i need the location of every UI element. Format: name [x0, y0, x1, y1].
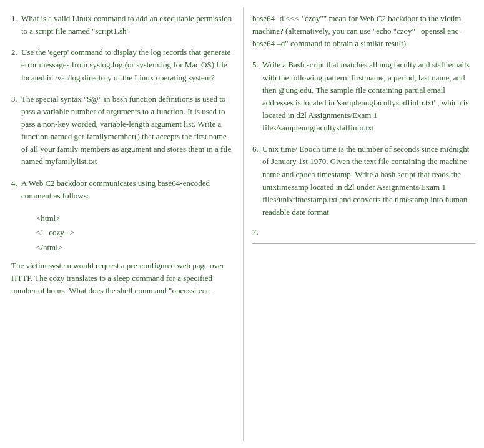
q4-cont-text: base64 -d <<< "czoy"" mean for Web C2 ba…: [252, 14, 465, 48]
q3-text: The special syntax "$@" in bash function…: [21, 93, 234, 168]
q2-text: Use the 'egerp' command to display the l…: [21, 46, 234, 84]
q4-continuation: base64 -d <<< "czoy"" mean for Web C2 ba…: [252, 12, 475, 50]
code-line-3: </html>: [36, 240, 234, 255]
code-line-1: <html>: [36, 211, 234, 225]
q1-number: 1.: [11, 12, 21, 37]
code-block: <html> <!--cozy--> </html>: [30, 211, 234, 255]
question-1: 1. What is a valid Linux command to add …: [11, 12, 234, 37]
q3-number: 3.: [11, 93, 21, 168]
question-4: 4. A Web C2 backdoor communicates using …: [11, 177, 234, 202]
question-5: 5. Write a Bash script that matches all …: [252, 59, 475, 134]
code-line-2: <!--cozy-->: [36, 225, 234, 240]
bottom-divider: [252, 243, 475, 244]
q5-number: 5.: [252, 59, 262, 134]
bottom-text: The victim system would request a pre-co…: [11, 260, 234, 297]
right-column: base64 -d <<< "czoy"" mean for Web C2 ba…: [244, 7, 484, 441]
q4-text: A Web C2 backdoor communicates using bas…: [21, 177, 234, 202]
q6-text: Unix time/ Epoch time is the number of s…: [262, 143, 475, 218]
q5-text: Write a Bash script that matches all ung…: [262, 59, 475, 134]
question-3: 3. The special syntax "$@" in bash funct…: [11, 93, 234, 168]
q1-text: What is a valid Linux command to add an …: [21, 12, 234, 37]
question-6: 6. Unix time/ Epoch time is the number o…: [252, 143, 475, 218]
q4-number: 4.: [11, 177, 21, 202]
q7-number: 7.: [252, 227, 259, 236]
q6-number: 6.: [252, 143, 262, 218]
left-column: 1. What is a valid Linux command to add …: [0, 7, 244, 441]
question-7: 7.: [252, 227, 475, 237]
question-2: 2. Use the 'egerp' command to display th…: [11, 46, 234, 84]
q2-number: 2.: [11, 46, 21, 84]
